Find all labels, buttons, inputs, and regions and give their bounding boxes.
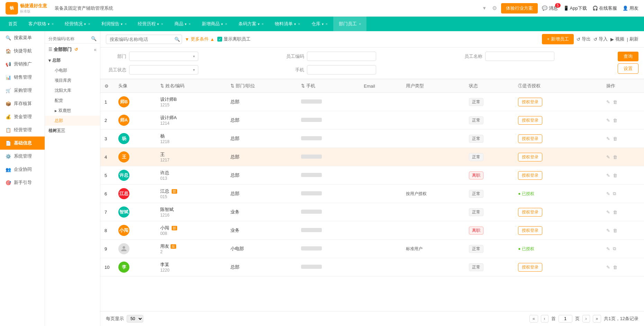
phone-input[interactable] bbox=[307, 65, 376, 74]
online-service-action[interactable]: 🎧 在线客服 bbox=[592, 5, 617, 11]
edit-icon[interactable]: ✎ bbox=[606, 191, 610, 196]
dept-node-project[interactable]: 项目库房 bbox=[45, 76, 100, 86]
more-filter-btn[interactable]: ▼ 更多条件 ▲ bbox=[185, 36, 215, 42]
print-button[interactable]: | 刷新 bbox=[627, 36, 638, 42]
delete-icon[interactable]: 🗑 bbox=[613, 155, 617, 160]
authorize-button[interactable]: 授权登录 bbox=[518, 226, 542, 235]
delete-icon[interactable]: 🗑 bbox=[613, 136, 617, 141]
edit-icon[interactable]: ✎ bbox=[606, 99, 610, 105]
dept-collapse-btn[interactable]: « bbox=[94, 47, 97, 52]
dept-refresh-icon[interactable]: ↺ bbox=[74, 47, 78, 52]
next-page-btn[interactable]: › bbox=[582, 315, 590, 323]
edit-icon[interactable]: ✎ bbox=[606, 173, 610, 178]
dept-search-input[interactable] bbox=[48, 36, 89, 41]
dept-select[interactable] bbox=[129, 52, 198, 61]
sidebar-item-collab[interactable]: 👥 企业协同 bbox=[0, 163, 45, 176]
last-page-btn[interactable]: » bbox=[593, 315, 601, 323]
import-button[interactable]: ↺ 导入 bbox=[593, 36, 608, 42]
edit-icon[interactable]: ✎ bbox=[606, 265, 610, 270]
view-button[interactable]: ▶ 视频 bbox=[610, 36, 624, 42]
sidebar-item-search[interactable]: 🔍 搜索菜单 bbox=[0, 31, 45, 44]
delete-icon[interactable]: 🗑 bbox=[613, 173, 617, 178]
user-action[interactable]: 👤 用友 bbox=[623, 5, 638, 11]
authorize-button[interactable]: 授权登录 bbox=[518, 171, 542, 180]
col-phone[interactable]: ⇅ 手机 bbox=[297, 79, 360, 93]
delete-icon[interactable]: 🗑 bbox=[613, 118, 617, 123]
dept-node-zongbu[interactable]: 总部 bbox=[45, 116, 100, 126]
reset-button[interactable]: 设置 bbox=[618, 63, 638, 74]
search-button[interactable]: 🔍 bbox=[174, 37, 180, 42]
dept-node-root[interactable]: ▾ 总部 bbox=[45, 55, 100, 65]
edit-icon[interactable]: ✎ bbox=[606, 246, 610, 252]
trial-button[interactable]: 体验行业方案 bbox=[501, 3, 538, 14]
nav-item-bom[interactable]: 物料清单 ▾× bbox=[269, 17, 306, 31]
nav-item-goods[interactable]: 商品 ▾× bbox=[169, 17, 196, 31]
first-page-btn[interactable]: « bbox=[529, 315, 538, 323]
nav-item-barcode[interactable]: 条码方案 ▾× bbox=[233, 17, 269, 31]
prev-page-btn[interactable]: ‹ bbox=[541, 315, 548, 323]
sidebar-item-system[interactable]: ⚙️ 系统管理 bbox=[0, 150, 45, 163]
copy-icon[interactable]: ⧉ bbox=[613, 246, 616, 252]
dept-search-icon[interactable]: 🔍 bbox=[91, 36, 97, 41]
nav-item-home[interactable]: 首页 bbox=[3, 17, 23, 31]
delete-icon[interactable]: 🗑 bbox=[613, 99, 617, 105]
edit-icon[interactable]: ✎ bbox=[606, 118, 610, 123]
authorize-button[interactable]: 授权登录 bbox=[518, 263, 542, 272]
nav-item-customer[interactable]: 客户联络 ▾× bbox=[23, 17, 59, 31]
sidebar-item-management[interactable]: 📋 经营管理 bbox=[0, 123, 45, 136]
sidebar-item-guide[interactable]: 🎯 新手引导 bbox=[0, 176, 45, 189]
sidebar-item-sales[interactable]: 📊 销售管理 bbox=[0, 71, 45, 84]
edit-icon[interactable]: ✎ bbox=[606, 155, 610, 160]
employee-code-input[interactable] bbox=[307, 52, 376, 61]
add-employee-button[interactable]: + 新增员工 bbox=[542, 34, 573, 44]
delete-icon[interactable]: 🗑 bbox=[613, 228, 617, 233]
dept-node-zhishu[interactable]: 植树王三 bbox=[45, 126, 100, 136]
edit-icon[interactable]: ✎ bbox=[606, 136, 610, 141]
authorize-button[interactable]: 授权登录 bbox=[518, 208, 542, 217]
col-name-code[interactable]: ⇅ 姓名/编码 bbox=[156, 79, 226, 93]
dept-node-xiaodian[interactable]: 小电部 bbox=[45, 65, 100, 76]
nav-item-dept[interactable]: 部门员工 × bbox=[333, 17, 366, 31]
authorize-button[interactable]: 授权登录 bbox=[518, 116, 542, 125]
page-input[interactable] bbox=[559, 315, 572, 323]
employee-name-input[interactable] bbox=[485, 52, 554, 61]
search-input[interactable] bbox=[106, 35, 182, 44]
system-dropdown-icon[interactable]: ▼ bbox=[482, 6, 487, 11]
edit-icon[interactable]: ✎ bbox=[606, 228, 610, 233]
col-dept-pos[interactable]: ⇅ 部门/职位 bbox=[226, 79, 297, 93]
sidebar-item-marketing[interactable]: 📢 营销推广 bbox=[0, 58, 45, 71]
sidebar-item-inventory[interactable]: 📦 库存核算 bbox=[0, 97, 45, 110]
delete-icon[interactable]: 🗑 bbox=[613, 210, 617, 215]
app-download-action[interactable]: 📱 App下载 bbox=[563, 5, 587, 11]
resigned-checkbox[interactable]: ✓ bbox=[217, 37, 222, 42]
dept-node-shuanglu[interactable]: ▸ 双鹿想 bbox=[45, 106, 100, 116]
authorize-button[interactable]: 授权登录 bbox=[518, 98, 542, 106]
sidebar-item-basic-info[interactable]: 📄 基础信息 bbox=[0, 136, 45, 150]
nav-item-add-goods[interactable]: 新增商品 ▾× bbox=[196, 17, 233, 31]
per-page-select[interactable]: 50 bbox=[127, 315, 143, 323]
nav-item-warehouse[interactable]: 仓库 ▾× bbox=[306, 17, 333, 31]
sidebar-item-quick-nav[interactable]: 🏠 快捷导航 bbox=[0, 44, 45, 58]
authorize-button[interactable]: 授权登录 bbox=[518, 153, 542, 161]
authorize-button[interactable]: 授权登录 bbox=[518, 134, 542, 143]
nav-item-profit[interactable]: 利润报告 ▾× bbox=[96, 17, 132, 31]
query-button[interactable]: 查询 bbox=[618, 52, 638, 61]
settings-icon[interactable]: ⚙ bbox=[492, 5, 497, 11]
show-resigned-toggle[interactable]: ✓ 显示离职员工 bbox=[217, 36, 251, 42]
dept-node-distribution[interactable]: 配货 bbox=[45, 96, 100, 106]
copy-icon[interactable]: ⧉ bbox=[613, 191, 616, 196]
message-action[interactable]: 💬 5 消息 bbox=[542, 5, 558, 11]
export-button[interactable]: ↺ 导出 bbox=[577, 36, 591, 42]
sidebar-item-purchase[interactable]: 🛒 采购管理 bbox=[0, 84, 45, 97]
sidebar-item-finance[interactable]: 💰 资金管理 bbox=[0, 110, 45, 123]
dept-node-shenyang[interactable]: 沈阳大库 bbox=[45, 86, 100, 96]
nav-item-operation[interactable]: 经营情况 ▾× bbox=[59, 17, 96, 31]
edit-icon[interactable]: ✎ bbox=[606, 210, 610, 215]
nav-item-history[interactable]: 经营历程 ▾× bbox=[132, 17, 169, 31]
col-settings[interactable]: ⚙ bbox=[100, 79, 114, 93]
delete-icon[interactable]: 🗑 bbox=[613, 265, 617, 270]
row-actions: ✎🗑 bbox=[602, 166, 644, 185]
status-select[interactable] bbox=[129, 65, 198, 74]
row-spacer bbox=[584, 258, 602, 276]
dept-header[interactable]: ☰ 全部部门 ↺ « bbox=[45, 44, 100, 55]
